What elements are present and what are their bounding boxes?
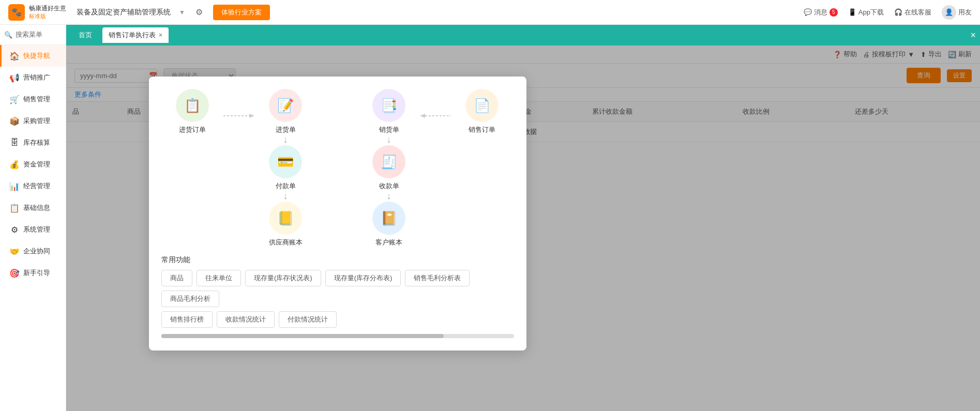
- close-all-tabs-icon[interactable]: ×: [970, 30, 976, 41]
- sidebar-search[interactable]: 🔍 搜索菜单: [0, 25, 66, 45]
- flow-sales-order[interactable]: 📄 销售订单: [451, 89, 513, 134]
- quick-guide-modal: 📋 进货订单 📝 进货单: [149, 77, 526, 351]
- svg-marker-3: [420, 114, 425, 118]
- sidebar-item-basic[interactable]: 📋 基础信息: [0, 197, 66, 219]
- sidebar-item-marketing[interactable]: 📢 营销推广: [0, 67, 66, 88]
- flow-row-3: 📒 供应商账本 📔 客户账本: [161, 202, 514, 247]
- logo-text: 畅康通好生意 标准版: [29, 5, 66, 20]
- finance-icon: 💰: [10, 160, 19, 169]
- app-download-item[interactable]: 📱 App下载: [848, 8, 884, 17]
- flow-receipt[interactable]: 🧾 收款单: [358, 145, 420, 191]
- sidebar-item-finance[interactable]: 💰 资金管理: [0, 154, 66, 175]
- modal-scrollbar-thumb[interactable]: [161, 334, 444, 338]
- flow-sales-bill[interactable]: 📑 销货单: [358, 89, 420, 134]
- btn-product[interactable]: 商品: [161, 270, 192, 286]
- btn-sales-rank[interactable]: 销售排行榜: [161, 311, 213, 328]
- arrow-down-receipt: ↓: [358, 191, 420, 202]
- payment-label: 付款单: [276, 181, 296, 191]
- tab-close-icon[interactable]: ×: [159, 32, 162, 39]
- trial-button[interactable]: 体验行业方案: [213, 5, 270, 20]
- inventory-icon: 🗄: [10, 138, 19, 147]
- common-buttons-row-1: 商品 往来单位 现存量(库存状况表) 现存量(库存分布表) 销售毛利分析表 商品…: [161, 270, 514, 307]
- flow-arrows-down: ↓ ↓: [161, 134, 514, 145]
- arrow-down-payment: ↓: [254, 191, 316, 202]
- arrow-right-1: [223, 112, 254, 134]
- modal-overlay: 📋 进货订单 📝 进货单: [66, 45, 980, 411]
- common-functions-title: 常用功能: [161, 255, 514, 265]
- btn-payment-stats[interactable]: 付款情况统计: [279, 311, 337, 328]
- modal-scrollbar-track[interactable]: [161, 334, 514, 338]
- logo-area: 🐾 畅康通好生意 标准版: [8, 4, 66, 21]
- top-bar: 🐾 畅康通好生意 标准版 装备及固定资产辅助管理系统 ▼ ⚙ 体验行业方案 💬 …: [0, 0, 980, 25]
- btn-sales-gross[interactable]: 销售毛利分析表: [405, 270, 470, 286]
- tab-sales-order[interactable]: 销售订单执行表 ×: [102, 27, 169, 43]
- tab-bar: 首页 销售订单执行表 × ×: [66, 25, 980, 45]
- supplier-label: 供应商账本: [269, 238, 303, 247]
- operation-icon: 📊: [10, 181, 19, 191]
- common-buttons-row-2: 销售排行榜 收款情况统计 付款情况统计: [161, 311, 514, 328]
- content-area: 首页 销售订单执行表 × × ❓ 帮助: [66, 25, 980, 411]
- svg-marker-1: [249, 114, 254, 118]
- main-area: 🔍 搜索菜单 🏠 快捷导航 📢 营销推广 🛒 销售管理 📦 采购管理: [0, 25, 980, 411]
- search-icon: 🔍: [4, 31, 12, 39]
- sidebar-item-inventory[interactable]: 🗄 库存核算: [0, 132, 66, 154]
- message-item[interactable]: 💬 消息 5: [804, 8, 838, 17]
- sidebar-item-system[interactable]: ⚙ 系统管理: [0, 219, 66, 240]
- sidebar-item-quick[interactable]: 🏠 快捷导航: [0, 45, 66, 67]
- online-service-item[interactable]: 🎧 在线客服: [894, 8, 931, 17]
- system-icon: ⚙: [10, 225, 19, 234]
- sidebar-item-enterprise[interactable]: 🤝 企业协同: [0, 240, 66, 262]
- user-avatar: 👤: [942, 5, 956, 20]
- service-icon: 🎧: [894, 8, 902, 16]
- basic-icon: 📋: [10, 203, 19, 212]
- receipt-circle: 🧾: [372, 145, 405, 178]
- sales-bill-label: 销货单: [379, 125, 399, 134]
- flow-purchase-bill[interactable]: 📝 进货单: [254, 89, 316, 134]
- receipt-label: 收款单: [379, 181, 399, 191]
- home-icon: 🏠: [10, 51, 19, 60]
- purchase-bill-label: 进货单: [276, 125, 296, 134]
- logo-icon: 🐾: [8, 4, 25, 21]
- sidebar-item-operation[interactable]: 📊 经营管理: [0, 175, 66, 197]
- top-bar-right: 💬 消息 5 📱 App下载 🎧 在线客服 👤 用友: [804, 5, 972, 20]
- btn-stock-dist[interactable]: 现存量(库存分布表): [325, 270, 401, 286]
- user-item[interactable]: 👤 用友: [942, 5, 972, 20]
- flow-row-2: 💳 付款单 🧾 收款单: [161, 145, 514, 191]
- sales-order-label: 销售订单: [469, 125, 495, 134]
- arrow-left-1: [420, 112, 451, 134]
- settings-icon[interactable]: ⚙: [195, 7, 203, 17]
- sidebar-item-purchase[interactable]: 📦 采购管理: [0, 110, 66, 132]
- flow-arrows-down-2: ↓ ↓: [161, 191, 514, 202]
- system-title: 装备及固定资产辅助管理系统: [77, 8, 171, 17]
- sidebar: 🔍 搜索菜单 🏠 快捷导航 📢 营销推广 🛒 销售管理 📦 采购管理: [0, 25, 66, 411]
- flow-diagram: 📋 进货订单 📝 进货单: [161, 89, 514, 247]
- common-functions-section: 常用功能 商品 往来单位 现存量(库存状况表) 现存量(库存分布表) 销售毛利分…: [161, 255, 514, 328]
- message-badge: 5: [830, 8, 838, 17]
- download-icon: 📱: [848, 8, 856, 16]
- sales-bill-circle: 📑: [372, 89, 405, 122]
- tab-home[interactable]: 首页: [70, 26, 100, 44]
- marketing-icon: 📢: [10, 73, 19, 82]
- customer-circle: 📔: [372, 202, 405, 235]
- flow-supplier-account[interactable]: 📒 供应商账本: [254, 202, 316, 247]
- sales-order-circle: 📄: [465, 89, 499, 122]
- flow-payment[interactable]: 💳 付款单: [254, 145, 316, 191]
- btn-stock-status[interactable]: 现存量(库存状况表): [245, 270, 321, 286]
- customer-label: 客户账本: [375, 238, 402, 247]
- arrow-down-purchase: ↓: [254, 134, 316, 145]
- btn-product-gross[interactable]: 商品毛利分析: [161, 291, 219, 307]
- payment-circle: 💳: [269, 145, 302, 178]
- btn-partner[interactable]: 往来单位: [197, 270, 241, 286]
- btn-receipt-stats[interactable]: 收款情况统计: [217, 311, 275, 328]
- purchase-icon: 📦: [10, 116, 19, 126]
- enterprise-icon: 🤝: [10, 247, 19, 256]
- flow-purchase-order[interactable]: 📋 进货订单: [161, 89, 223, 134]
- flow-customer-account[interactable]: 📔 客户账本: [358, 202, 420, 247]
- arrow-down-sales: ↓: [358, 134, 420, 145]
- sales-icon: 🛒: [10, 95, 19, 104]
- search-menu-trigger[interactable]: 🔍 搜索菜单: [4, 30, 62, 39]
- sidebar-item-guide[interactable]: 🎯 新手引导: [0, 262, 66, 284]
- sidebar-item-sales[interactable]: 🛒 销售管理: [0, 88, 66, 110]
- dropdown-icon[interactable]: ▼: [179, 9, 185, 16]
- message-icon: 💬: [804, 8, 812, 16]
